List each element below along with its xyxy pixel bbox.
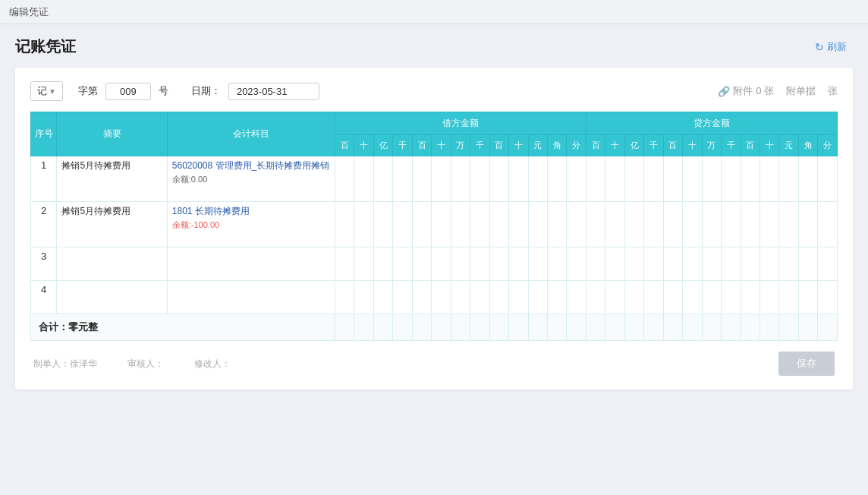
row2-credit-d7[interactable] (702, 202, 721, 247)
row4-credit-d11[interactable] (779, 281, 798, 314)
row4-credit-d13[interactable] (818, 281, 838, 314)
row3-credit-d1[interactable] (586, 247, 605, 281)
row1-debit-d9[interactable] (489, 156, 508, 202)
row2-debit-d9[interactable] (489, 202, 508, 247)
row1-debit-d6[interactable] (432, 156, 451, 202)
row3-debit-d7[interactable] (451, 247, 470, 281)
row2-debit-d1[interactable] (335, 202, 354, 247)
row3-debit-d2[interactable] (354, 247, 373, 281)
date-input[interactable] (228, 83, 319, 100)
row1-credit-d3[interactable] (624, 156, 643, 202)
row3-credit-d8[interactable] (722, 247, 741, 281)
row3-debit-d5[interactable] (412, 247, 431, 281)
row3-debit-d8[interactable] (470, 247, 489, 281)
voucher-type-button[interactable]: 记 ▼ (30, 81, 63, 101)
row2-credit-d13[interactable] (818, 202, 838, 247)
row3-credit-d12[interactable] (798, 247, 817, 281)
row3-credit-d3[interactable] (624, 247, 643, 281)
row3-debit-d6[interactable] (432, 247, 451, 281)
row1-credit-d6[interactable] (683, 156, 702, 202)
row-seq-1[interactable]: 1 (31, 156, 57, 202)
row1-credit-d11[interactable] (779, 156, 798, 202)
row1-credit-d4[interactable] (644, 156, 663, 202)
row-seq-3[interactable]: 3 (31, 247, 57, 281)
row2-debit-d4[interactable] (393, 202, 412, 247)
row4-debit-d5[interactable] (412, 281, 431, 314)
row4-credit-d12[interactable] (798, 281, 817, 314)
row3-debit-d3[interactable] (373, 247, 392, 281)
row2-credit-d11[interactable] (779, 202, 798, 247)
row4-debit-d2[interactable] (354, 281, 373, 314)
row1-debit-d10[interactable] (509, 156, 528, 202)
row1-debit-d7[interactable] (451, 156, 470, 202)
row-account-2[interactable]: 1801 长期待摊费用余额:-100.00 (167, 202, 335, 247)
row2-credit-d6[interactable] (683, 202, 702, 247)
row3-credit-d2[interactable] (605, 247, 624, 281)
row4-debit-d11[interactable] (528, 281, 547, 314)
attachment-link[interactable]: 🔗 附件 0 张 (718, 84, 774, 98)
row3-debit-d4[interactable] (393, 247, 412, 281)
row4-credit-d7[interactable] (702, 281, 721, 314)
row2-credit-d1[interactable] (586, 202, 605, 247)
row3-credit-d11[interactable] (779, 247, 798, 281)
row2-debit-d3[interactable] (373, 202, 392, 247)
row-account-4[interactable] (167, 281, 335, 314)
row3-debit-d11[interactable] (528, 247, 547, 281)
row2-credit-d4[interactable] (644, 202, 663, 247)
row3-credit-d9[interactable] (741, 247, 760, 281)
row2-debit-d5[interactable] (412, 202, 431, 247)
row-account-3[interactable] (167, 247, 335, 281)
row1-debit-d8[interactable] (470, 156, 489, 202)
row4-debit-d4[interactable] (393, 281, 412, 314)
row-summary-1[interactable]: 摊销5月待摊费用 (57, 156, 167, 202)
row2-debit-d8[interactable] (470, 202, 489, 247)
row3-debit-d10[interactable] (509, 247, 528, 281)
row1-credit-d13[interactable] (818, 156, 838, 202)
row4-credit-d3[interactable] (624, 281, 643, 314)
row-summary-3[interactable] (57, 247, 167, 281)
row4-debit-d12[interactable] (548, 281, 567, 314)
row4-debit-d9[interactable] (489, 281, 508, 314)
row1-credit-d5[interactable] (663, 156, 682, 202)
row3-credit-d5[interactable] (663, 247, 682, 281)
voucher-number-input[interactable] (105, 83, 151, 100)
row1-credit-d12[interactable] (798, 156, 817, 202)
row4-credit-d6[interactable] (683, 281, 702, 314)
row2-credit-d10[interactable] (760, 202, 778, 247)
row1-debit-d2[interactable] (354, 156, 373, 202)
row1-debit-d11[interactable] (528, 156, 547, 202)
row4-debit-d3[interactable] (373, 281, 392, 314)
row1-credit-d7[interactable] (702, 156, 721, 202)
row4-debit-d7[interactable] (451, 281, 470, 314)
row3-credit-d4[interactable] (644, 247, 663, 281)
row1-debit-d5[interactable] (412, 156, 431, 202)
row1-debit-d13[interactable] (567, 156, 586, 202)
row-seq-2[interactable]: 2 (31, 202, 57, 247)
row3-debit-d9[interactable] (489, 247, 508, 281)
row1-credit-d10[interactable] (760, 156, 778, 202)
row1-credit-d1[interactable] (586, 156, 605, 202)
refresh-button[interactable]: ↻ 刷新 (809, 37, 853, 57)
row1-debit-d4[interactable] (393, 156, 412, 202)
row4-credit-d1[interactable] (586, 281, 605, 314)
row3-credit-d7[interactable] (702, 247, 721, 281)
row3-credit-d6[interactable] (683, 247, 702, 281)
row2-debit-d6[interactable] (432, 202, 451, 247)
row4-credit-d5[interactable] (663, 281, 682, 314)
row2-debit-d2[interactable] (354, 202, 373, 247)
row2-credit-d9[interactable] (741, 202, 760, 247)
row4-credit-d9[interactable] (741, 281, 760, 314)
row4-credit-d2[interactable] (605, 281, 624, 314)
row4-credit-d8[interactable] (722, 281, 741, 314)
row1-credit-d9[interactable] (741, 156, 760, 202)
row1-credit-d8[interactable] (722, 156, 741, 202)
row2-debit-d13[interactable] (567, 202, 586, 247)
row1-debit-d12[interactable] (548, 156, 567, 202)
row2-credit-d3[interactable] (624, 202, 643, 247)
save-button[interactable]: 保存 (778, 352, 835, 376)
row3-debit-d12[interactable] (548, 247, 567, 281)
row-summary-2[interactable]: 摊销5月待摊费用 (57, 202, 167, 247)
row3-debit-d13[interactable] (567, 247, 586, 281)
row1-debit-d1[interactable] (335, 156, 354, 202)
row-seq-4[interactable]: 4 (31, 281, 57, 314)
